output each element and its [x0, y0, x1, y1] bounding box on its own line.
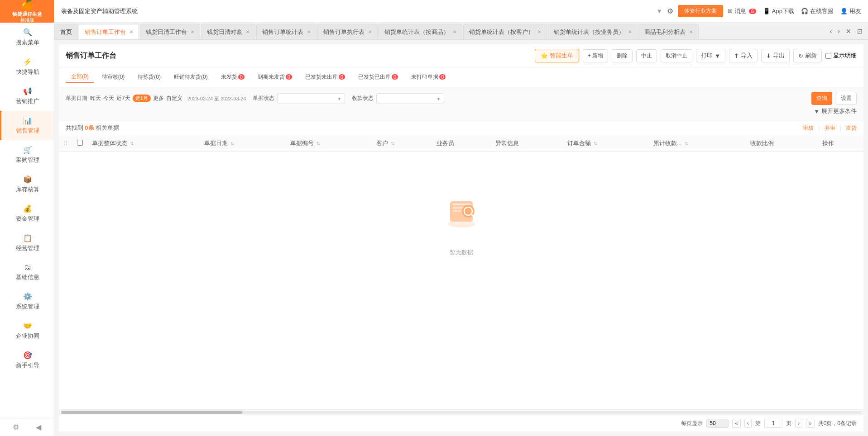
filter-tab-pending-review[interactable]: 待审核(0): [96, 71, 130, 83]
sidebar-item-quicknav[interactable]: ⚡ 快捷导航: [0, 52, 54, 81]
tab-sales-exec[interactable]: 销售订单执行表 ✕: [317, 24, 378, 39]
th-drag: ⠿: [59, 136, 72, 152]
tab-nav-close-all[interactable]: ✕: [844, 27, 853, 36]
tab-gross-margin[interactable]: 商品毛利分析表 ✕: [638, 24, 699, 39]
tab-close-cash-reconcile[interactable]: ✕: [246, 29, 249, 34]
smart-gen-button[interactable]: ⭐ 智能生单: [535, 49, 579, 62]
th-checkbox[interactable]: [72, 136, 87, 152]
tab-cash-daily[interactable]: 钱货日清工作台 ✕: [140, 24, 200, 39]
tab-close-cash-daily[interactable]: ✕: [191, 29, 194, 34]
sort-received-icon[interactable]: ⇅: [685, 141, 688, 146]
tab-close-sales-exec[interactable]: ✕: [368, 29, 372, 34]
sort-date-icon[interactable]: ⇅: [230, 141, 234, 146]
settings-search-button[interactable]: 设置: [836, 92, 857, 105]
sidebar-item-cooperation[interactable]: 🤝 企业协同: [0, 316, 54, 346]
sort-amount-icon[interactable]: ⇅: [594, 141, 597, 146]
refresh-button[interactable]: ↻ 刷新: [793, 49, 822, 62]
sidebar-item-inventory[interactable]: 📦 库存核算: [0, 170, 54, 199]
experience-btn[interactable]: 体验行业方案: [678, 5, 723, 17]
sort-customer-icon[interactable]: ⇅: [391, 141, 394, 146]
cancel-stop-button[interactable]: 取消中止: [661, 49, 692, 62]
sidebar-item-marketing[interactable]: 📢 营销推广: [0, 81, 54, 111]
filter-tab-not-printed[interactable]: 未打印单据0: [406, 71, 451, 83]
scrollbar-thumb[interactable]: [61, 411, 242, 414]
tab-home[interactable]: 首页: [54, 24, 78, 39]
export-button[interactable]: ⬇ 导出: [761, 49, 790, 62]
tab-close-sales-stats[interactable]: ✕: [307, 29, 311, 34]
tab-sales-summary-customer[interactable]: 销货单统计表（按客户） ✕: [463, 24, 547, 39]
ship-action-btn[interactable]: 发货: [846, 124, 857, 132]
tab-sales-stats[interactable]: 销售订单统计表 ✕: [256, 24, 317, 39]
tab-nav-expand[interactable]: ⊡: [855, 27, 864, 36]
shortcut-today[interactable]: 今天: [103, 95, 114, 102]
sidebar-item-guide[interactable]: 🎯 新手引导: [0, 346, 54, 375]
settings-icon[interactable]: ⚙: [13, 423, 19, 431]
filter-tab-overdue[interactable]: 到期未发货0: [252, 71, 297, 83]
payment-select[interactable]: [376, 93, 444, 104]
tab-close-staff[interactable]: ✕: [628, 29, 632, 34]
show-detail-checkbox-label[interactable]: 显示明细: [825, 52, 857, 60]
table-area: ⠿ 单据整体状态 ⇅ 单据日期 ⇅: [59, 136, 863, 409]
last-page-btn[interactable]: »: [806, 419, 815, 428]
shortcut-yesterday[interactable]: 昨天: [90, 95, 101, 102]
tab-sales-summary-staff[interactable]: 销货单统计表（按业务员） ✕: [548, 24, 638, 39]
filter-tab-pending-inspect[interactable]: 待拣货(0): [132, 71, 166, 83]
sidebar-item-search[interactable]: 🔍 搜索菜单: [0, 23, 54, 52]
first-page-btn[interactable]: «: [732, 419, 741, 428]
horizontal-scrollbar[interactable]: [59, 409, 863, 415]
sidebar-item-basicinfo[interactable]: 🗂 基础信息: [0, 258, 54, 287]
shortcut-more[interactable]: 更多: [153, 95, 164, 102]
show-detail-checkbox[interactable]: [825, 53, 831, 59]
sidebar-item-finance[interactable]: 💰 资金管理: [0, 199, 54, 228]
prev-page-btn[interactable]: ‹: [744, 419, 752, 428]
online-service-btn[interactable]: 🎧 在线客服: [801, 7, 834, 15]
app-download-btn[interactable]: 📱 App下载: [763, 7, 794, 15]
user-menu[interactable]: 👤 用友: [840, 7, 861, 15]
tab-close-sales-workbench[interactable]: ✕: [129, 29, 133, 34]
filter-tab-not-shipped[interactable]: 未发货0: [216, 71, 250, 83]
select-all-checkbox[interactable]: [77, 140, 83, 146]
print-button[interactable]: 打印 ▼: [696, 49, 725, 62]
review-action-btn[interactable]: 审核: [803, 124, 814, 132]
sidebar-item-operations[interactable]: 📋 经营管理: [0, 228, 54, 258]
collapse-icon[interactable]: ◀: [36, 423, 41, 431]
tab-close-gross[interactable]: ✕: [689, 29, 693, 34]
sort-status-icon[interactable]: ⇅: [130, 141, 134, 146]
sidebar-item-label: 营销推广: [16, 97, 39, 105]
result-actions: 审核 | 弃审 | 发货: [803, 124, 857, 132]
filter-tab-wangpu[interactable]: 旺铺待发货(0): [168, 71, 213, 83]
query-button[interactable]: 查询: [811, 92, 832, 105]
settings-gear-icon[interactable]: ⚙: [667, 7, 673, 15]
shortcut-1month[interactable]: 近1月: [133, 95, 151, 102]
delete-button[interactable]: 删除: [612, 49, 633, 62]
sidebar-item-sales[interactable]: 📊 销售管理: [0, 111, 54, 140]
sidebar-item-purchase[interactable]: 🛒 采购管理: [0, 140, 54, 170]
filter-tab-all[interactable]: 全部(0): [66, 71, 94, 83]
tab-nav-next[interactable]: ›: [836, 27, 842, 36]
import-button[interactable]: ⬆ 导入: [729, 49, 758, 62]
expand-conditions-button[interactable]: ▼ 展开更多条件: [814, 107, 857, 115]
tab-nav-prev[interactable]: ‹: [828, 27, 834, 36]
page-prefix: 第: [755, 420, 761, 427]
per-page-select[interactable]: 20 50 100: [706, 419, 729, 428]
page-input[interactable]: [764, 419, 782, 428]
shortcut-7days[interactable]: 近7天: [116, 95, 130, 102]
tab-close-product[interactable]: ✕: [453, 29, 456, 34]
sidebar-item-system[interactable]: ⚙️ 系统管理: [0, 287, 54, 316]
tab-cash-reconcile[interactable]: 钱货日清对账 ✕: [201, 24, 255, 39]
tab-sales-workbench[interactable]: 销售订单工作台 ✕: [79, 24, 139, 39]
sort-number-icon[interactable]: ⇅: [317, 141, 320, 146]
filter-tab-shipped-not-out[interactable]: 已发货未出库0: [300, 71, 350, 83]
message-btn[interactable]: ✉ 消息 6: [728, 7, 756, 15]
dropdown-arrow-icon[interactable]: ▼: [657, 8, 662, 14]
tab-close-customer[interactable]: ✕: [537, 29, 541, 34]
cancel-review-action-btn[interactable]: 弃审: [825, 124, 835, 132]
stop-button[interactable]: 中止: [636, 49, 657, 62]
next-page-btn[interactable]: ›: [795, 419, 802, 428]
filter-tab-shipped-out[interactable]: 已发货已出库0: [353, 71, 403, 83]
th-received: 累计收款... ⇅: [649, 136, 746, 152]
add-button[interactable]: + 新增: [583, 49, 608, 62]
shortcut-custom[interactable]: 自定义: [166, 95, 182, 102]
tab-sales-summary-product[interactable]: 销货单统计表（按商品） ✕: [379, 24, 462, 39]
status-select[interactable]: [277, 93, 345, 104]
